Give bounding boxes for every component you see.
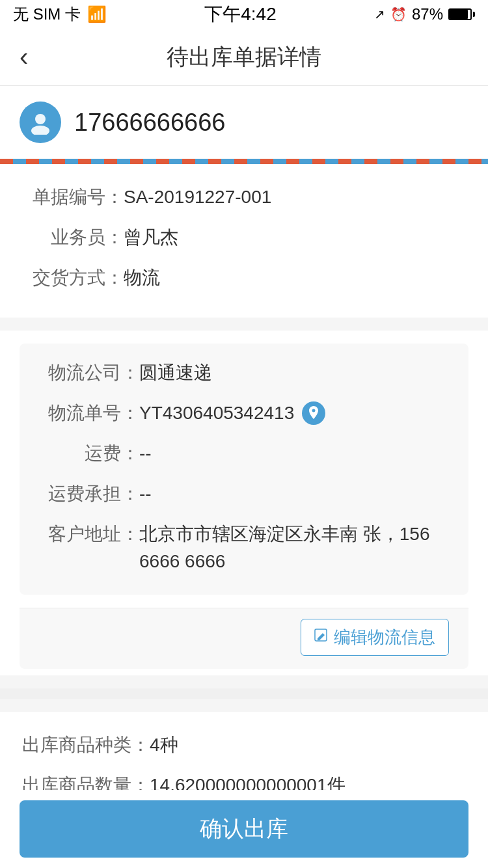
user-section: 17666666666 <box>0 86 488 159</box>
confirm-button[interactable]: 确认出库 <box>20 800 468 858</box>
freight-bear-value: -- <box>139 480 453 508</box>
freight-value: -- <box>139 440 453 467</box>
confirm-btn-wrapper: 确认出库 <box>0 790 488 868</box>
logistics-tracking-value: YT4306405342413 <box>139 400 453 427</box>
logistics-tracking-row: 物流单号： YT4306405342413 <box>35 400 453 427</box>
freight-bear-row: 运费承担： -- <box>35 480 453 508</box>
tracking-location-icon[interactable] <box>302 401 325 425</box>
avatar <box>20 102 61 143</box>
address-value: 北京市市辖区海淀区永丰南 张，156 6666 6666 <box>139 521 453 575</box>
back-button[interactable]: ‹ <box>20 42 28 72</box>
salesman-value: 曾凡杰 <box>124 224 468 251</box>
logistics-company-value: 圆通速递 <box>139 359 453 387</box>
confirm-label: 确认出库 <box>200 814 288 844</box>
address-label: 客户地址： <box>35 521 139 548</box>
goods-kind-row: 出库商品种类： 4种 <box>20 731 468 759</box>
order-info-section: 单据编号： SA-20191227-001 业务员： 曾凡杰 交货方式： 物流 <box>0 164 488 318</box>
status-bar: 无 SIM 卡 📶 下午4:42 ↗ ⏰ 87% <box>0 0 488 29</box>
user-phone: 17666666666 <box>74 109 225 137</box>
battery-percent: 87% <box>412 5 443 23</box>
address-row: 客户地址： 北京市市辖区海淀区永丰南 张，156 6666 6666 <box>35 521 453 575</box>
status-bar-left: 无 SIM 卡 📶 <box>13 4 107 25</box>
delivery-value: 物流 <box>124 264 468 292</box>
page: 无 SIM 卡 📶 下午4:42 ↗ ⏰ 87% ‹ 待出库单据详情 <box>0 0 488 868</box>
logistics-tracking-label: 物流单号： <box>35 400 139 427</box>
freight-label: 运费： <box>35 440 139 467</box>
goods-kind-value: 4种 <box>150 731 468 759</box>
dashed-divider <box>0 159 488 164</box>
goods-kind-label: 出库商品种类： <box>20 731 150 759</box>
freight-row: 运费： -- <box>35 440 453 467</box>
salesman-label: 业务员： <box>20 224 124 251</box>
logistics-company-row: 物流公司： 圆通速递 <box>35 359 453 387</box>
wifi-icon: 📶 <box>87 5 107 23</box>
order-no-row: 单据编号： SA-20191227-001 <box>20 183 468 211</box>
status-bar-right: ↗ ⏰ 87% <box>374 5 475 23</box>
salesman-row: 业务员： 曾凡杰 <box>20 224 468 251</box>
order-no-label: 单据编号： <box>20 183 124 211</box>
edit-icon <box>314 627 329 647</box>
svg-point-1 <box>31 126 49 135</box>
status-bar-time: 下午4:42 <box>204 2 277 27</box>
page-title: 待出库单据详情 <box>167 42 321 72</box>
freight-bear-label: 运费承担： <box>35 480 139 508</box>
delivery-label: 交货方式： <box>20 264 124 292</box>
alarm-icon: ⏰ <box>390 7 407 22</box>
edit-logistics-button[interactable]: 编辑物流信息 <box>301 619 449 656</box>
svg-point-0 <box>35 114 46 124</box>
edit-logistics-label: 编辑物流信息 <box>334 626 435 649</box>
edit-btn-row: 编辑物流信息 <box>20 608 468 669</box>
section-divider <box>0 688 488 699</box>
battery-indicator <box>448 8 475 20</box>
delivery-row: 交货方式： 物流 <box>20 264 468 292</box>
logistics-card: 物流公司： 圆通速递 物流单号： YT4306405342413 运费： -- <box>20 344 468 595</box>
logistics-company-label: 物流公司： <box>35 359 139 387</box>
carrier-text: 无 SIM 卡 <box>13 4 81 25</box>
nav-bar: ‹ 待出库单据详情 <box>0 29 488 86</box>
location-icon: ↗ <box>374 7 385 22</box>
order-no-value: SA-20191227-001 <box>124 183 468 211</box>
